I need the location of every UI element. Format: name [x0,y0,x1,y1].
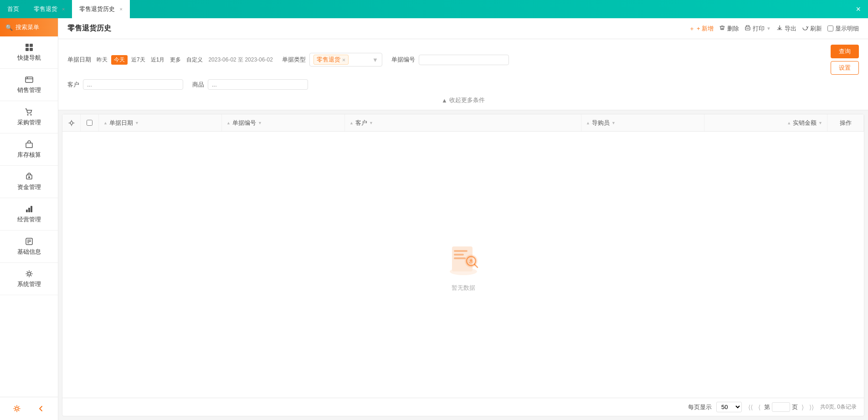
th-date[interactable]: ▲ 单据日期 ▼ [99,114,222,131]
last-page-btn[interactable]: ⟩⟩ [807,403,816,412]
first-page-btn[interactable]: ⟨⟨ [746,403,755,412]
collapse-button[interactable]: ▲ 收起更多条件 [442,96,485,104]
page-title: 零售退货历史 [67,24,111,33]
sidebar-item-label: 系统管理 [17,280,41,288]
date-range-display: 2023-06-02 至 2023-06-02 [208,56,272,64]
svg-rect-2 [26,48,29,51]
tab-retail-return-close[interactable]: × [62,6,65,12]
sort-up-icon5: ▲ [787,121,791,125]
date-opt-custom[interactable]: 自定义 [185,55,205,65]
content-area: 零售退货历史 ＋ + 新增 删除 打印 ▼ [58,18,868,420]
doc-type-tag-remove[interactable]: × [342,56,346,63]
doc-num-input[interactable] [423,56,505,63]
th-action: 操作 [827,114,864,131]
next-page-btn[interactable]: ⟩ [800,403,806,412]
tab-retail-return-history-label: 零售退货历史 [79,5,115,13]
tab-retail-return-history[interactable]: 零售退货历史 × [72,0,129,18]
sidebar-item-sys-mgmt[interactable]: 系统管理 [0,263,58,295]
customer-input[interactable] [87,81,169,88]
sidebar-item-purchase-mgmt[interactable]: 采购管理 [0,101,58,133]
per-page-select[interactable]: 50 10 20 100 [716,402,742,412]
tab-retail-return-label: 零售退货 [34,5,57,13]
date-opt-more[interactable]: 更多 [168,55,183,65]
goods-input[interactable] [212,81,294,88]
date-opt-today[interactable]: 今天 [111,55,128,65]
sidebar-item-finance-mgmt[interactable]: 资金管理 [0,166,58,198]
svg-point-23 [70,122,73,124]
sidebar-item-label: 经营管理 [17,215,41,224]
th-guide[interactable]: ▲ 导购员 ▼ [581,114,704,131]
tab-retail-return-history-close[interactable]: × [119,6,122,12]
date-opt-1month[interactable]: 近1月 [149,55,167,65]
display-detail-checkbox-label[interactable]: 显示明细 [827,25,859,33]
page-num-input[interactable]: 1 [772,402,790,412]
filter-row-1: 单据日期 昨天 今天 近7天 近1月 更多 自定义 2023-06-02 至 2… [67,45,859,75]
th-settings[interactable] [62,114,81,131]
sidebar-item-basic-info[interactable]: 基础信息 [0,230,58,263]
th-date-label: 单据日期 [109,119,133,127]
sidebar-item-sales-mgmt[interactable]: 销售管理 [0,69,58,101]
tab-home[interactable]: 首页 [0,0,26,18]
th-customer[interactable]: ▲ 客户 ▼ [345,114,581,131]
page-unit: 页 [792,403,798,411]
sidebar-item-label: 快捷导航 [17,54,41,62]
goods-label: 商品 [192,81,204,89]
collapse-label: 收起更多条件 [449,96,485,104]
svg-rect-14 [31,206,32,212]
sort-up-icon: ▲ [103,121,108,125]
sort-down-icon4: ▼ [611,121,616,125]
th-check[interactable] [81,114,99,131]
print-button[interactable]: 打印 ▼ [745,25,771,33]
export-label: 导出 [785,25,796,33]
date-filter-field: 单据日期 昨天 今天 近7天 近1月 更多 自定义 2023-06-02 至 2… [67,55,273,65]
inventory-icon [25,140,34,149]
sidebar-search[interactable]: 🔍 搜索菜单 [0,18,58,36]
sort-down-icon: ▼ [135,121,139,125]
sidebar-item-inventory[interactable]: 库存核算 [0,133,58,166]
new-button[interactable]: ＋ + 新增 [689,25,714,33]
sidebar-item-quick-nav[interactable]: 快捷导航 [0,36,58,69]
sort-up-icon3: ▲ [349,121,354,125]
select-all-checkbox[interactable] [87,120,92,126]
date-filter-label: 单据日期 [67,56,91,64]
sys-mgmt-icon [25,269,34,278]
th-docnum-label: 单据编号 [232,119,256,127]
quick-nav-icon [25,43,34,52]
doc-type-select[interactable]: 零售退货 × ▼ [309,53,382,67]
th-guide-label: 导购员 [592,119,610,127]
sort-up-icon2: ▲ [226,121,231,125]
date-options: 昨天 今天 近7天 近1月 更多 自定义 [95,55,205,65]
sidebar-item-label: 库存核算 [17,151,41,159]
sidebar-settings-btn[interactable] [10,402,24,415]
doc-num-input-wrap [419,55,509,65]
date-opt-7days[interactable]: 近7天 [129,55,147,65]
th-amount[interactable]: ▲ 实销金额 ▼ [704,114,827,131]
filter-settings-button[interactable]: 设置 [831,61,859,75]
empty-state-icon [443,237,484,278]
export-button[interactable]: 导出 [776,25,796,33]
date-opt-yesterday[interactable]: 昨天 [95,55,109,65]
delete-button[interactable]: 删除 [719,25,739,33]
prev-page-btn[interactable]: ⟨ [756,403,762,412]
refresh-button[interactable]: 刷新 [802,25,822,33]
tab-retail-return[interactable]: 零售退货 × [26,0,72,18]
sort-up-icon4: ▲ [586,121,590,125]
customer-label: 客户 [67,81,79,89]
ops-mgmt-icon [25,205,34,214]
filter-panel: 单据日期 昨天 今天 近7天 近1月 更多 自定义 2023-06-02 至 2… [58,39,868,110]
sidebar-item-ops-mgmt[interactable]: 经营管理 [0,198,58,230]
close-window-icon[interactable]: × [856,5,861,14]
print-icon [745,25,751,32]
query-button[interactable]: 查询 [831,45,859,58]
collapse-up-icon: ▲ [442,97,447,104]
sidebar-bottom [0,397,58,420]
display-detail-checkbox[interactable] [827,26,833,31]
th-docnum[interactable]: ▲ 单据编号 ▼ [222,114,345,131]
table-area: ▲ 单据日期 ▼ ▲ 单据编号 ▼ ▲ 客户 ▼ ▲ 导购员 ▼ [62,114,864,416]
doc-num-label: 单据编号 [391,56,415,64]
page-nav: ⟨⟨ ⟨ 第 1 页 ⟩ ⟩⟩ [746,402,816,412]
svg-rect-27 [454,254,464,256]
per-page-label: 每页显示 [688,403,712,411]
sidebar-collapse-btn[interactable] [34,402,48,415]
empty-state: 暂无数据 [62,132,864,398]
